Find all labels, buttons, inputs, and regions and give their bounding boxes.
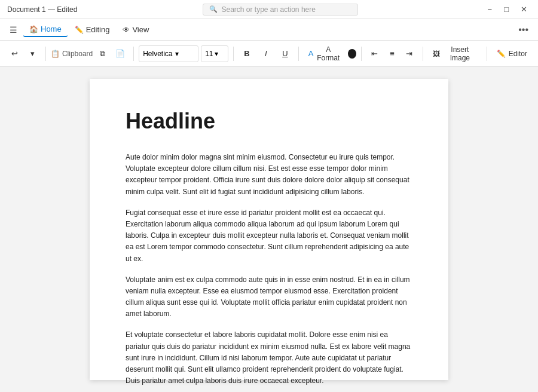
- clipboard-label: Clipboard: [62, 50, 93, 58]
- editor-button[interactable]: ✏️ Editor: [492, 47, 532, 60]
- document-area: Headline Aute dolor minim dolor magna si…: [0, 67, 538, 392]
- font-size: 11: [205, 50, 213, 58]
- sep-3: [233, 47, 234, 61]
- document-headline: Headline: [126, 109, 412, 134]
- sep-7: [487, 47, 487, 61]
- align-group: ⇤ ≡ ⇥: [366, 45, 418, 62]
- editor-icon: ✏️: [497, 50, 506, 58]
- title-bar-center: 🔍 Search or type an action here: [77, 4, 484, 16]
- insert-image-button[interactable]: 🖼 Insert Image: [428, 43, 482, 65]
- sep-2: [133, 47, 134, 61]
- font-dropdown-icon: ▾: [175, 50, 179, 58]
- editing-icon: ✏️: [75, 26, 84, 34]
- close-button[interactable]: ✕: [517, 4, 531, 15]
- format-button[interactable]: A A Format: [304, 43, 346, 65]
- format-a-icon: A: [308, 49, 314, 58]
- align-center-button[interactable]: ≡: [384, 45, 401, 62]
- minimize-button[interactable]: −: [484, 4, 496, 15]
- menu-home-label: Home: [41, 24, 62, 33]
- align-left-button[interactable]: ⇤: [366, 45, 383, 62]
- editor-label: Editor: [509, 50, 527, 58]
- menu-editing-label: Editing: [86, 25, 110, 34]
- font-color-picker[interactable]: [348, 49, 356, 59]
- clipboard-icon: 📋: [51, 50, 60, 58]
- undo-redo-group: ↩ ▾: [6, 45, 41, 62]
- document-title: Document 1 — Edited: [7, 5, 77, 14]
- menu-item-editing[interactable]: ✏️ Editing: [69, 23, 116, 36]
- font-name: Helvetica: [143, 50, 172, 58]
- doc-paragraph-1: Aute dolor minim dolor magna sint minim …: [126, 152, 412, 198]
- menu-item-home[interactable]: 🏠 Home: [23, 22, 68, 37]
- home-icon: 🏠: [29, 25, 38, 33]
- format-label: A Format: [316, 45, 341, 62]
- undo-button[interactable]: ↩: [6, 45, 23, 62]
- clipboard-group: 📋 Clipboard ⧉ 📄: [51, 45, 129, 62]
- paste-button[interactable]: 📄: [112, 45, 129, 62]
- paste-icon: 📄: [115, 49, 125, 58]
- search-icon: 🔍: [209, 5, 218, 13]
- search-placeholder: Search or type an action here: [221, 5, 315, 14]
- align-right-icon: ⇥: [406, 49, 412, 58]
- underline-button[interactable]: U: [277, 45, 294, 62]
- view-icon: 👁: [123, 26, 130, 34]
- insert-image-label: Insert Image: [443, 45, 477, 62]
- title-bar: Document 1 — Edited 🔍 Search or type an …: [0, 0, 538, 19]
- redo-button[interactable]: ▾: [24, 45, 41, 62]
- menu-more-button[interactable]: •••: [513, 22, 533, 38]
- doc-paragraph-2: Fugiat consequat esse et irure esse id p…: [126, 207, 412, 265]
- italic-button[interactable]: I: [258, 45, 274, 62]
- align-center-icon: ≡: [390, 49, 395, 58]
- menu-item-view[interactable]: 👁 View: [117, 23, 155, 36]
- bold-button[interactable]: B: [239, 45, 255, 62]
- menu-bar: ☰ 🏠 Home ✏️ Editing 👁 View •••: [0, 19, 538, 41]
- clipboard-label-group: 📋 Clipboard: [51, 50, 93, 58]
- menu-view-label: View: [132, 25, 149, 34]
- align-right-button[interactable]: ⇥: [401, 45, 418, 62]
- title-bar-left: Document 1 — Edited: [7, 5, 77, 14]
- sep-4: [298, 47, 299, 61]
- font-selector[interactable]: Helvetica ▾: [139, 45, 198, 62]
- hamburger-menu[interactable]: ☰: [5, 23, 22, 37]
- document-page[interactable]: Headline Aute dolor minim dolor magna si…: [90, 79, 448, 380]
- search-box[interactable]: 🔍 Search or type an action here: [203, 4, 358, 16]
- doc-paragraph-4: Et voluptate consectetur et labore labor…: [126, 329, 412, 387]
- sep-6: [423, 47, 423, 61]
- copy-icon: ⧉: [100, 49, 105, 59]
- maximize-button[interactable]: □: [500, 4, 512, 15]
- doc-paragraph-3: Voluptate anim est ex culpa commodo aute…: [126, 274, 412, 320]
- sep-5: [361, 47, 362, 61]
- copy-button[interactable]: ⧉: [94, 45, 111, 62]
- toolbar: ↩ ▾ 📋 Clipboard ⧉ 📄 Helvetica ▾ 11 ▾ B I…: [0, 41, 538, 67]
- align-left-icon: ⇤: [371, 49, 378, 58]
- sep-1: [45, 47, 46, 61]
- title-bar-right: − □ ✕: [484, 4, 531, 15]
- redo-icon: ▾: [30, 49, 35, 58]
- insert-image-icon: 🖼: [433, 50, 440, 58]
- font-size-dropdown-icon: ▾: [215, 50, 218, 58]
- font-size-selector[interactable]: 11 ▾: [201, 45, 228, 62]
